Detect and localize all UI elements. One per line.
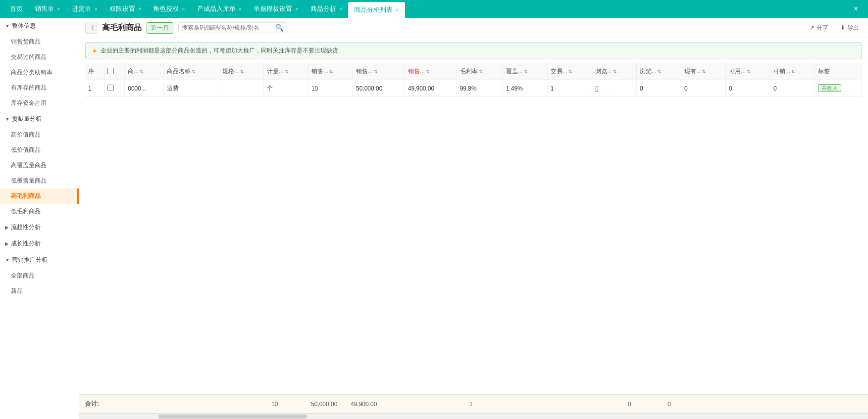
sidebar-section-flow[interactable]: ▶ 流趋性分析	[0, 219, 79, 235]
col-sales-qty: 销售... ⇅	[308, 63, 353, 80]
data-table: 序 商... ⇅ 商品名称	[85, 63, 862, 97]
nav-purchase-close[interactable]: ×	[94, 6, 97, 12]
col-browse2: 浏览... ⇅	[636, 63, 681, 80]
nav-sales-close[interactable]: ×	[57, 6, 60, 12]
scrollbar-thumb[interactable]	[158, 415, 307, 419]
select-all-checkbox[interactable]	[107, 68, 114, 74]
footer-sales-qty: 10	[267, 401, 307, 408]
sidebar-section-contribution[interactable]: ▼ 贡献量分析	[0, 111, 79, 127]
export-button[interactable]: ⬇ 导出	[837, 23, 862, 33]
sort-icon-13: ⇅	[702, 69, 706, 74]
share-button[interactable]: ↗ 分享	[807, 23, 831, 33]
cell-stock-saleable: 0	[770, 80, 815, 97]
footer-transaction: 1	[465, 401, 505, 408]
sidebar-item-high-margin[interactable]: 高毛利商品	[0, 188, 79, 204]
sort-icon-2: ⇅	[192, 69, 196, 74]
nav-permission-close[interactable]: ×	[138, 6, 141, 12]
sort-icon-10: ⇅	[568, 69, 572, 74]
arrow-down-icon-3: ▼	[5, 257, 10, 263]
table-row: 1 0000... 运费 个 10 50,000.00 49,900.00 99…	[85, 80, 862, 97]
nav-analysis-list[interactable]: 商品分析列表 ×	[348, 2, 405, 18]
nav-sales[interactable]: 销售单 ×	[29, 0, 66, 18]
col-sales-amount: 销售... ⇅	[353, 63, 405, 80]
info-banner: ✦ 企业的主要的利润都是这部分商品创造的，可考虑加大推广，同时关注库存是不要出现…	[85, 42, 862, 59]
col-name: 商品名称 ⇅	[163, 63, 219, 80]
sidebar-collapse-button[interactable]: 《	[85, 22, 97, 34]
col-code: 商... ⇅	[125, 63, 163, 80]
nav-analysis[interactable]: 商品分析 ×	[305, 0, 348, 18]
footer-stock-saleable: 0	[664, 401, 703, 408]
sidebar-item-low-margin[interactable]: 低毛利商品	[0, 204, 79, 219]
export-icon: ⬇	[840, 24, 845, 31]
nav-template-close[interactable]: ×	[295, 6, 298, 12]
cell-code: 0000...	[125, 80, 163, 97]
sidebar-item-high-coverage[interactable]: 高覆盖量商品	[0, 158, 79, 173]
sidebar-section-growth[interactable]: ▶ 成长性分析	[0, 235, 79, 252]
sidebar-section-marketing[interactable]: ▼ 营销推广分析	[0, 252, 79, 268]
cell-checkbox[interactable]	[104, 80, 125, 97]
col-browse1: 浏览... ⇅	[592, 63, 636, 80]
sort-icon-7: ⇅	[426, 69, 430, 74]
nav-analysis-close[interactable]: ×	[339, 6, 342, 12]
footer-sales-cost: 49,900.00	[347, 401, 386, 408]
nav-analysis-list-close[interactable]: ×	[396, 7, 399, 13]
cell-stock-current: 0	[681, 80, 725, 97]
footer-label: 合计:	[85, 400, 109, 408]
cell-sales-qty: 10	[308, 80, 353, 97]
horizontal-scrollbar[interactable]	[79, 413, 868, 419]
sidebar-item-all-goods[interactable]: 全部商品	[0, 268, 79, 283]
search-icon[interactable]: 🔍	[275, 24, 284, 32]
sort-icon-3: ⇅	[240, 69, 244, 74]
cell-browse1[interactable]: 0	[592, 80, 636, 97]
search-input[interactable]	[182, 24, 275, 31]
cell-seq: 1	[85, 80, 104, 97]
nav-production[interactable]: 产成品入库单 ×	[191, 0, 248, 18]
nav-role[interactable]: 角色授权 ×	[147, 0, 191, 18]
cell-transaction: 1	[547, 80, 592, 97]
arrow-right-icon-2: ▶	[5, 241, 9, 246]
header-actions: ↗ 分享 ⬇ 导出	[807, 23, 862, 33]
sidebar-item-stocked-goods[interactable]: 有库存的商品	[0, 80, 79, 95]
sort-icon-12: ⇅	[658, 69, 662, 74]
sidebar: ▼ 整体信息 销售货商品 交易过的商品 商品分类助销率 有库存的商品 库存资金占…	[0, 18, 79, 419]
sidebar-item-high-value[interactable]: 高价值商品	[0, 127, 79, 142]
sidebar-item-stock-capital[interactable]: 库存资金占用	[0, 95, 79, 111]
sort-icon-15: ⇅	[791, 69, 795, 74]
sidebar-item-traded-goods[interactable]: 交易过的商品	[0, 49, 79, 65]
cell-sales-amount: 50,000.00	[353, 80, 405, 97]
data-table-container[interactable]: 序 商... ⇅ 商品名称	[85, 63, 862, 394]
time-filter-button[interactable]: 近一月	[147, 22, 173, 34]
sidebar-item-new-goods[interactable]: 新品	[0, 283, 79, 299]
table-header-row: 序 商... ⇅ 商品名称	[85, 63, 862, 80]
sort-icon-4: ⇅	[285, 69, 289, 74]
nav-production-close[interactable]: ×	[239, 6, 242, 12]
nav-home[interactable]: 首页	[4, 0, 29, 18]
cell-name: 运费	[163, 80, 219, 97]
sidebar-item-sales-goods[interactable]: 销售货商品	[0, 34, 79, 49]
row-checkbox[interactable]	[107, 85, 114, 91]
nav-permission[interactable]: 权限设置 ×	[103, 0, 147, 18]
content-header: 《 高毛利商品 近一月 🔍 ↗ 分享 ⬇ 导出	[79, 18, 868, 38]
sidebar-item-category-rate[interactable]: 商品分类助销率	[0, 65, 79, 80]
col-spec: 规格... ⇅	[219, 63, 263, 80]
window-close-button[interactable]: ×	[848, 4, 864, 13]
sidebar-item-low-value[interactable]: 低价值商品	[0, 142, 79, 158]
arrow-down-icon: ▼	[5, 23, 10, 29]
sidebar-section-overall[interactable]: ▼ 整体信息	[0, 18, 79, 34]
cell-coverage: 1.49%	[503, 80, 547, 97]
cell-gross-rate: 99.8%	[457, 80, 503, 97]
col-seq: 序	[85, 63, 104, 80]
sort-icon-5: ⇅	[329, 69, 333, 74]
cell-unit: 个	[263, 80, 308, 97]
col-checkbox	[104, 63, 125, 80]
arrow-right-icon: ▶	[5, 225, 9, 230]
sidebar-item-low-coverage[interactable]: 低覆盖量商品	[0, 173, 79, 188]
page-title: 高毛利商品	[102, 23, 142, 33]
cell-tag: 高收入	[815, 80, 862, 97]
nav-role-close[interactable]: ×	[182, 6, 185, 12]
col-transaction: 交易... ⇅	[547, 63, 592, 80]
col-stock-saleable: 可销... ⇅	[770, 63, 815, 80]
nav-purchase[interactable]: 进货单 ×	[66, 0, 103, 18]
nav-template[interactable]: 单据模板设置 ×	[248, 0, 304, 18]
sort-icon-6: ⇅	[374, 69, 378, 74]
